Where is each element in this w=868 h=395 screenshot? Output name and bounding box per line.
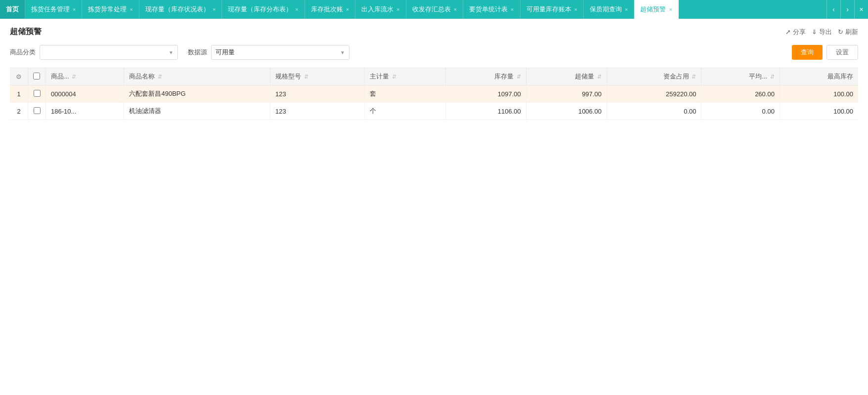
row-code: 186-10...: [46, 103, 124, 120]
capital-col-label: 资金占用: [663, 73, 689, 80]
row-name: 机油滤清器: [124, 103, 270, 120]
row-max: 100.00: [780, 85, 858, 103]
nav-item-bzzq[interactable]: 保质期查询 ×: [584, 0, 634, 19]
row-avg: 0.00: [701, 103, 780, 120]
row-spec: 123: [270, 103, 365, 120]
row-unit: 套: [365, 85, 445, 103]
refresh-action[interactable]: ↻ 刷新: [838, 28, 858, 37]
row-stock: 1097.00: [445, 85, 526, 103]
share-label: 分享: [793, 28, 806, 37]
filter-row: 商品分类 ▼ 数据源 可用量 ▼ 查询 设置: [10, 45, 858, 60]
top-nav: 首页拣货任务管理 ×拣货异常处理 ×现存量（库存状况表） ×现存量（库存分布表）…: [0, 0, 868, 19]
row-capital: 0.00: [607, 103, 701, 120]
row-code: 0000004: [46, 85, 124, 103]
nav-item-lhgl[interactable]: 拣货任务管理 ×: [25, 0, 82, 19]
refresh-icon: ↻: [838, 28, 843, 36]
nav-close-yhdj[interactable]: ×: [511, 6, 514, 12]
name-sort-icon[interactable]: ⇵: [158, 74, 162, 79]
nav-item-ccyj[interactable]: 超储预警 ×: [634, 0, 678, 19]
row-capital: 259220.00: [607, 85, 701, 103]
nav-close-xcfb[interactable]: ×: [295, 6, 298, 12]
table-row: 10000004六配套新昌490BPG123套1097.00997.002592…: [10, 85, 858, 103]
code-col-label: 商品...: [51, 73, 69, 80]
nav-arrows: ‹ › ×: [826, 0, 868, 19]
nav-close-xczl[interactable]: ×: [213, 6, 216, 12]
avg-col-label: 平均...: [749, 73, 767, 80]
stock-sort-icon[interactable]: ⇵: [517, 74, 521, 79]
nav-item-lhyc[interactable]: 拣货异常处理 ×: [82, 0, 139, 19]
row-name: 六配套新昌490BPG: [124, 85, 270, 103]
nav-close-lhyc[interactable]: ×: [130, 6, 132, 12]
nav-item-xcfb[interactable]: 现存量（库存分布表） ×: [222, 0, 304, 19]
row-index: 1: [10, 85, 28, 103]
spec-sort-icon[interactable]: ⇵: [304, 74, 308, 79]
unit-sort-icon[interactable]: ⇵: [392, 74, 396, 79]
page-title: 超储预警: [10, 27, 42, 37]
nav-item-kppc[interactable]: 库存批次账 ×: [305, 0, 355, 19]
category-dropdown-icon: ▼: [169, 50, 174, 55]
nav-close-button[interactable]: ×: [854, 0, 868, 19]
row-checkbox-cell: [28, 103, 46, 120]
datasource-filter-group: 数据源 可用量 ▼: [188, 45, 349, 60]
select-all-checkbox[interactable]: [33, 73, 40, 79]
avg-col-header: 平均... ⇵: [701, 68, 780, 85]
row-over: 997.00: [526, 85, 607, 103]
row-index: 2: [10, 103, 28, 120]
unit-col-header: 主计量 ⇵: [365, 68, 445, 85]
over-sort-icon[interactable]: ⇵: [597, 74, 602, 79]
data-table: ⚙ 商品... ⇵ 商品名称 ⇵ 规格型号 ⇵ 主计量: [10, 68, 858, 120]
capital-col-header: 资金占用 ⇵: [607, 68, 701, 85]
row-avg: 260.00: [701, 85, 780, 103]
capital-sort-icon[interactable]: ⇵: [692, 74, 696, 79]
row-over: 1006.00: [526, 103, 607, 120]
table-settings-icon[interactable]: ⚙: [15, 73, 23, 80]
nav-next-button[interactable]: ›: [840, 0, 854, 19]
name-col-label: 商品名称: [129, 73, 155, 80]
settings-col-header: ⚙: [10, 68, 28, 85]
unit-col-label: 主计量: [370, 73, 389, 80]
nav-close-lhgl[interactable]: ×: [73, 6, 76, 12]
header-actions: ➚ 分享 ⇓ 导出 ↻ 刷新: [785, 28, 858, 37]
over-col-label: 超储量: [575, 73, 594, 80]
datasource-select[interactable]: 可用量 ▼: [211, 45, 349, 60]
over-col-header: 超储量 ⇵: [526, 68, 607, 85]
category-filter-group: 商品分类 ▼: [10, 45, 178, 60]
nav-close-kppc[interactable]: ×: [346, 6, 349, 12]
export-action[interactable]: ⇓ 导出: [812, 28, 832, 37]
code-sort-icon[interactable]: ⇵: [72, 74, 76, 79]
share-action[interactable]: ➚ 分享: [785, 28, 806, 37]
nav-item-xczl[interactable]: 现存量（库存状况表） ×: [139, 0, 222, 19]
stock-col-header: 库存量 ⇵: [445, 68, 526, 85]
nav-close-ccyj[interactable]: ×: [669, 6, 672, 12]
row-checkbox-1[interactable]: [34, 107, 41, 114]
nav-item-shzy[interactable]: 收发存汇总表 ×: [406, 0, 463, 19]
nav-item-home[interactable]: 首页: [0, 0, 25, 19]
page-header: 超储预警 ➚ 分享 ⇓ 导出 ↻ 刷新: [10, 27, 858, 37]
nav-close-cklls[interactable]: ×: [396, 6, 399, 12]
name-col-header: 商品名称 ⇵: [124, 68, 270, 85]
nav-item-kyljzb[interactable]: 可用量库存账本 ×: [521, 0, 584, 19]
row-checkbox-cell: [28, 85, 46, 103]
refresh-label: 刷新: [845, 28, 858, 37]
nav-item-yhdj[interactable]: 要货单统计表 ×: [463, 0, 520, 19]
checkbox-col-header: [28, 68, 46, 85]
nav-item-cklls[interactable]: 出入库流水 ×: [355, 0, 406, 19]
export-icon: ⇓: [812, 28, 817, 36]
nav-close-kyljzb[interactable]: ×: [574, 6, 577, 12]
category-select-value: [44, 49, 165, 56]
row-unit: 个: [365, 103, 445, 120]
filter-actions: 查询 设置: [792, 45, 858, 60]
nav-prev-button[interactable]: ‹: [826, 0, 840, 19]
spec-col-label: 规格型号: [275, 73, 301, 80]
table-body: 10000004六配套新昌490BPG123套1097.00997.002592…: [10, 85, 858, 120]
table-row: 2186-10...机油滤清器123个1106.001006.000.000.0…: [10, 103, 858, 120]
category-select[interactable]: ▼: [40, 45, 178, 60]
code-col-header: 商品... ⇵: [46, 68, 124, 85]
row-checkbox-0[interactable]: [34, 90, 41, 97]
nav-close-bzzq[interactable]: ×: [625, 6, 628, 12]
nav-close-shzy[interactable]: ×: [454, 6, 457, 12]
stock-col-label: 库存量: [494, 73, 514, 80]
settings-button[interactable]: 设置: [826, 45, 858, 60]
query-button[interactable]: 查询: [792, 45, 823, 60]
avg-sort-icon[interactable]: ⇵: [770, 74, 775, 79]
